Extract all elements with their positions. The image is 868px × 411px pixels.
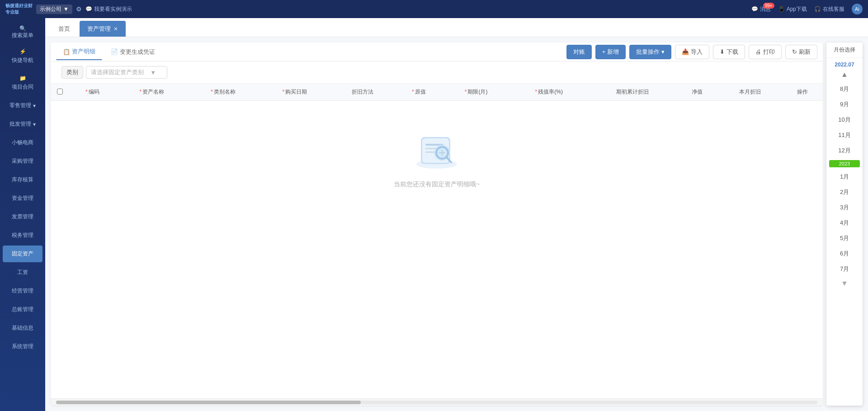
- print-button[interactable]: 🖨 打印: [749, 45, 782, 59]
- tab-bar: 首页 资产管理 ✕: [45, 18, 868, 37]
- sidebar-item-finance[interactable]: 资金管理: [3, 190, 42, 207]
- download-icon: ⬇: [720, 48, 725, 55]
- sidebar-item-system[interactable]: 系统管理: [3, 338, 42, 355]
- sidebar-item-fixed-assets[interactable]: 固定资产: [3, 246, 42, 262]
- asset-table-wrap: *编码 *资产名称 *类别名称 *购买日期 折旧方法 *原值 *期限(月) *残…: [51, 84, 823, 398]
- content-area: 首页 资产管理 ✕ 📋 资产明细 📄 变更生成凭证: [45, 18, 868, 411]
- sidebar-item-inventory[interactable]: 库存核算: [3, 171, 42, 188]
- refresh-label: 刷新: [799, 48, 811, 56]
- month-12-2022[interactable]: 12月: [826, 143, 863, 158]
- sidebar-item-basic-info[interactable]: 基础信息: [3, 320, 42, 336]
- batch-ops-chevron: ▾: [661, 48, 665, 55]
- month-5-2023[interactable]: 5月: [826, 231, 863, 246]
- sidebar-item-project[interactable]: 📁 项目合同: [3, 71, 42, 95]
- scroll-up-button[interactable]: ▲: [838, 70, 851, 80]
- sidebar-item-business[interactable]: 经营管理: [3, 283, 42, 299]
- sidebar-search[interactable]: 🔍 搜索菜单: [0, 22, 45, 43]
- sidebar-item-wholesale[interactable]: 批发管理 ▾: [3, 116, 42, 132]
- category-placeholder: 请选择固定资产类别: [91, 68, 150, 76]
- tab-close-icon[interactable]: ✕: [113, 26, 118, 32]
- scroll-down-button[interactable]: ▼: [838, 279, 851, 288]
- online-service-button[interactable]: 🎧 在线客服: [814, 5, 844, 13]
- month-9-2022[interactable]: 9月: [826, 97, 863, 112]
- retail-label: 零售管理: [9, 102, 31, 109]
- month-8-2022[interactable]: 8月: [826, 81, 863, 97]
- retail-arrow-icon: ▾: [33, 103, 36, 109]
- search-label: 搜索菜单: [4, 32, 42, 39]
- settings-icon[interactable]: ⚙: [76, 5, 82, 13]
- month-2-2023[interactable]: 2月: [826, 184, 863, 200]
- scroll-down-area: ▼: [826, 277, 863, 290]
- messages-button[interactable]: 💬 消息 99+: [751, 5, 771, 13]
- sidebar-item-purchase[interactable]: 采购管理: [3, 153, 42, 170]
- app-edition: 专业版: [5, 9, 33, 15]
- month-1-2023[interactable]: 1月: [826, 169, 863, 184]
- refresh-button[interactable]: ↻ 刷新: [785, 45, 817, 59]
- app-download-icon: 📱: [778, 6, 785, 12]
- sidebar-item-tax[interactable]: 税务管理: [3, 227, 42, 244]
- empty-state: 当前您还没有固定资产明细哦~: [51, 101, 823, 216]
- select-all-checkbox[interactable]: [57, 89, 63, 94]
- print-label: 打印: [763, 48, 775, 56]
- home-tab-label: 首页: [58, 25, 70, 33]
- import-button[interactable]: 📥 导入: [675, 45, 709, 59]
- basic-info-label: 基础信息: [12, 324, 33, 332]
- month-picker-title: 月份选择: [834, 46, 855, 54]
- user-avatar[interactable]: Ai: [852, 4, 863, 14]
- app-download-button[interactable]: 📱 App下载: [778, 5, 807, 13]
- sidebar-item-invoice[interactable]: 发票管理: [3, 208, 42, 225]
- print-icon: 🖨: [755, 48, 761, 55]
- month-picker: 月份选择 2022.07 ▲ 8月 9月 10月 11月 12月 2023 1月…: [826, 43, 863, 406]
- month-4-2023[interactable]: 4月: [826, 215, 863, 231]
- col-name: *资产名称: [116, 84, 187, 101]
- horizontal-scrollbar[interactable]: [56, 401, 817, 404]
- sub-tabs: 📋 资产明细 📄 变更生成凭证 对账 + 新增 批量操作 ▾: [51, 43, 823, 61]
- fixed-assets-label: 固定资产: [12, 250, 33, 258]
- download-button[interactable]: ⬇ 下载: [713, 45, 745, 59]
- month-10-2022[interactable]: 10月: [826, 112, 863, 128]
- sub-tab-asset-detail[interactable]: 📋 资产明细: [56, 43, 102, 60]
- category-label: 类别: [61, 66, 83, 79]
- month-6-2023[interactable]: 6月: [826, 246, 863, 261]
- table-header-row: *编码 *资产名称 *类别名称 *购买日期 折旧方法 *原值 *期限(月) *残…: [51, 84, 823, 101]
- tab-asset-management[interactable]: 资产管理 ✕: [80, 21, 126, 37]
- headset-icon: 🎧: [814, 6, 821, 12]
- sidebar-item-ecommerce[interactable]: 小畅电商: [3, 134, 42, 151]
- app-name: 畅捷通好业财: [5, 3, 33, 9]
- sidebar-item-retail[interactable]: 零售管理 ▾: [3, 97, 42, 114]
- asset-table: *编码 *资产名称 *类别名称 *购买日期 折旧方法 *原值 *期限(月) *残…: [51, 84, 823, 101]
- month-3-2023[interactable]: 3月: [826, 200, 863, 215]
- sidebar-item-quick-nav[interactable]: ⚡ 快捷导航: [3, 44, 42, 69]
- month-11-2022[interactable]: 11月: [826, 128, 863, 143]
- wholesale-label: 批发管理: [9, 120, 31, 128]
- app-download-label: App下载: [787, 5, 807, 13]
- change-voucher-tab-label: 变更生成凭证: [120, 48, 155, 56]
- app-logo: 畅捷通好业财 专业版: [5, 3, 33, 15]
- filter-toolbar: 类别 请选择固定资产类别 ▼: [51, 61, 823, 84]
- sub-tab-change-voucher[interactable]: 📄 变更生成凭证: [104, 44, 162, 60]
- add-button[interactable]: + 新增: [595, 45, 626, 59]
- sidebar-item-salary[interactable]: 工资: [3, 264, 42, 281]
- col-depreciation-method: 折旧方法: [330, 84, 395, 101]
- company-selector[interactable]: 示例公司 ▼: [36, 5, 72, 14]
- tab-home[interactable]: 首页: [51, 21, 78, 37]
- batch-ops-button[interactable]: 批量操作 ▾: [629, 45, 671, 59]
- scrollbar-thumb[interactable]: [56, 401, 361, 404]
- ecommerce-label: 小畅电商: [12, 139, 33, 146]
- col-category: *类别名称: [188, 84, 259, 101]
- month-picker-header: 月份选择: [826, 43, 863, 58]
- col-residual-rate: *残值率(%): [510, 84, 588, 101]
- change-voucher-tab-icon: 📄: [111, 48, 118, 55]
- category-select-input[interactable]: 请选择固定资产类别 ▼: [86, 66, 167, 79]
- company-name: 示例公司: [40, 5, 61, 13]
- wholesale-arrow-icon: ▾: [33, 121, 36, 128]
- reconcile-button[interactable]: 对账: [566, 45, 592, 59]
- category-arrow-icon: ▼: [150, 69, 156, 76]
- top-bar-left: 畅捷通好业财 专业版 示例公司 ▼ ⚙ 💬 我要看实例演示: [5, 3, 132, 15]
- sidebar-item-ledger[interactable]: 总账管理: [3, 301, 42, 318]
- inventory-label: 库存核算: [12, 176, 33, 184]
- batch-ops-label: 批量操作: [636, 48, 660, 56]
- demo-link[interactable]: 💬 我要看实例演示: [85, 5, 132, 13]
- month-7-2023[interactable]: 7月: [826, 261, 863, 277]
- year-2023-badge: 2023: [829, 160, 860, 167]
